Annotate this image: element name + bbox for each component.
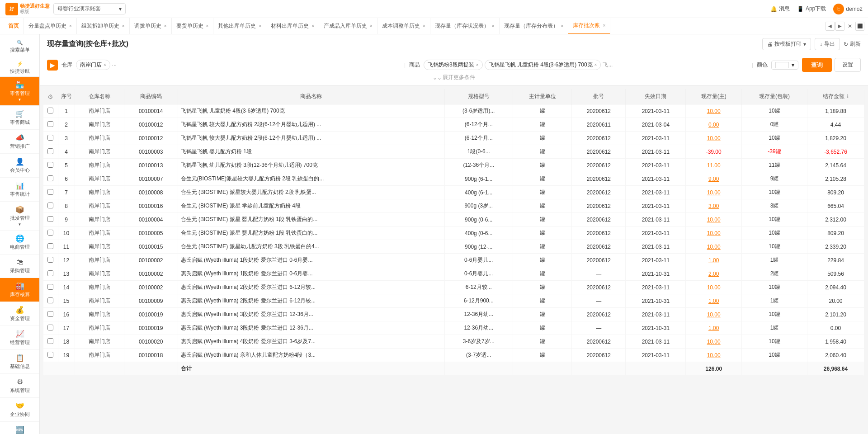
sidebar-item-wholesale[interactable]: 📦 批发管理 ▼ (0, 202, 39, 231)
row-qty-main[interactable]: 10.00 (686, 281, 742, 294)
sidebar-item-system[interactable]: ⚙ 系统管理 (0, 374, 39, 398)
expand-more-btn[interactable]: ⌄⌄ 展开更多条件 (433, 74, 475, 81)
row-qty-main[interactable]: 1.00 (686, 321, 742, 335)
row-qty-main[interactable]: 10.00 (686, 186, 742, 199)
export-btn[interactable]: ↓ 导出 (815, 38, 840, 50)
row-qty-main[interactable]: 2.00 (686, 267, 742, 281)
tab-close-batch-account[interactable]: × (603, 23, 605, 28)
tab-close-stock-dist[interactable]: × (561, 24, 564, 28)
product-tag-more[interactable]: 飞... (603, 61, 613, 69)
sidebar-item-guide[interactable]: 🆕 新手引导 (0, 422, 39, 434)
color-filter-dropdown[interactable]: ▾ (771, 61, 798, 70)
search-btn[interactable]: 查询 (802, 58, 832, 72)
tab-diao-bo[interactable]: 调拨单历史 × (130, 18, 172, 34)
tab-close-yao-huo[interactable]: × (206, 24, 209, 28)
tab-close-cost-adjust[interactable]: × (423, 24, 425, 28)
row-qty-main[interactable]: 10.00 (686, 240, 742, 254)
sidebar-item-ecommerce[interactable]: 🌐 电商管理 (0, 231, 39, 255)
tab-cost-adjust[interactable]: 成本调整单历史 × (377, 18, 430, 34)
row-checkbox[interactable] (43, 267, 58, 281)
row-checkbox[interactable] (43, 240, 58, 254)
product-tag-1[interactable]: 飞鹤奶粉3段两提装 × (424, 60, 483, 70)
row-qty-main[interactable]: 9.00 (686, 172, 742, 186)
row-checkbox[interactable] (43, 213, 58, 226)
row-qty-main[interactable]: 10.00 (686, 349, 742, 362)
tab-close-fen-pan[interactable]: × (69, 24, 72, 28)
account-dropdown[interactable]: 母婴行业演示账套 ▾ (53, 3, 126, 14)
product-tag-2-close[interactable]: × (594, 62, 597, 67)
sidebar-item-stock[interactable]: 🏭 库存核算 (0, 278, 39, 302)
amount-info-icon[interactable]: ℹ (847, 94, 849, 99)
row-qty-main[interactable]: 10.00 (686, 335, 742, 349)
tab-close-stock-status[interactable]: × (492, 24, 495, 28)
print-btn[interactable]: 🖨 按模板打印 ▾ (762, 38, 811, 50)
row-checkbox[interactable] (43, 118, 58, 132)
row-checkbox[interactable] (43, 281, 58, 294)
sidebar-item-basic[interactable]: 📋 基础信息 (0, 350, 39, 374)
sidebar-item-purchase[interactable]: 🛍 采购管理 (0, 255, 39, 278)
settings-icon[interactable]: ⚙ (47, 93, 53, 100)
row-qty-main[interactable]: 10.00 (686, 226, 742, 240)
product-tag-1-close[interactable]: × (476, 62, 479, 67)
row-checkbox[interactable] (43, 254, 58, 267)
row-qty-main[interactable]: 1.00 (686, 294, 742, 308)
filter-toggle-btn[interactable]: ▶ (47, 60, 58, 71)
warehouse-tag-close[interactable]: × (104, 62, 106, 67)
row-qty-main[interactable]: 1.00 (686, 254, 742, 267)
row-qty-main[interactable]: 10.00 (686, 104, 742, 118)
row-checkbox[interactable] (43, 159, 58, 172)
row-checkbox[interactable] (43, 104, 58, 118)
tab-zu-chai[interactable]: 组装拆卸单历史 × (77, 18, 130, 34)
setting-btn[interactable]: 设置 (835, 58, 861, 72)
sidebar-item-stat[interactable]: 📊 零售统计 (0, 178, 39, 202)
warehouse-tag[interactable]: 南岸门店 × (76, 60, 110, 70)
row-checkbox[interactable] (43, 132, 58, 145)
tab-close-diao-bo[interactable]: × (164, 24, 167, 28)
product-tag-2[interactable]: 飞鹤星飞帆 儿童奶粉 4段(3-6岁适用) 700克 × (485, 60, 601, 70)
row-qty-main[interactable]: 10.00 (686, 132, 742, 145)
tab-close-material-out[interactable]: × (311, 24, 314, 28)
tab-fen-pan[interactable]: 分量盘点单历史 × (24, 18, 77, 34)
row-checkbox[interactable] (43, 308, 58, 321)
search-menu-btn[interactable]: 🔍 搜索菜单 (2, 38, 38, 55)
row-checkbox[interactable] (43, 186, 58, 199)
tab-home[interactable]: 首页 (4, 18, 24, 34)
user-profile[interactable]: E demo2 (833, 4, 863, 14)
row-checkbox[interactable] (43, 349, 58, 362)
sidebar-item-retail[interactable]: 🏪 零售管理 ▼ (0, 77, 39, 106)
tab-yao-huo[interactable]: 要货单历史 × (172, 18, 214, 34)
tab-other-out[interactable]: 其他出库单历史 × (213, 18, 266, 34)
tab-next-arrow[interactable]: ▶ (835, 22, 844, 31)
sidebar-item-shop[interactable]: 🛒 零售商城 (0, 106, 39, 130)
row-qty-main[interactable]: 3.00 (686, 199, 742, 213)
refresh-btn[interactable]: ↻ 刷新 (844, 40, 861, 48)
sidebar-item-marketing[interactable]: 📣 营销推广 (0, 130, 39, 154)
sidebar-item-collab[interactable]: 🤝 企业协同 (0, 398, 39, 422)
sidebar-item-member[interactable]: 👤 会员中心 (0, 154, 39, 178)
row-qty-main[interactable]: 11.00 (686, 159, 742, 172)
sidebar-item-operation[interactable]: 📈 经营管理 (0, 326, 39, 350)
warehouse-tag-more[interactable]: ··· (112, 62, 117, 68)
messages-btn[interactable]: 🔔 消息 (770, 5, 790, 13)
row-checkbox[interactable] (43, 294, 58, 308)
row-qty-main[interactable]: 10.00 (686, 308, 742, 321)
row-checkbox[interactable] (43, 335, 58, 349)
quick-nav-btn[interactable]: ⚡ 快捷导航 (0, 59, 39, 77)
tab-stock-status[interactable]: 现存量（库存状况表） × (430, 18, 500, 34)
tab-menu[interactable]: ⬛ (855, 22, 864, 31)
row-checkbox[interactable] (43, 172, 58, 186)
tab-close-all[interactable]: ✕ (845, 22, 854, 31)
tab-close-product-in[interactable]: × (370, 24, 373, 28)
row-checkbox[interactable] (43, 199, 58, 213)
tab-product-in[interactable]: 产成品入库单历史 × (319, 18, 377, 34)
tab-batch-account[interactable]: 库存批次账 × (568, 18, 610, 34)
tab-material-out[interactable]: 材料出库单历史 × (266, 18, 319, 34)
row-qty-main[interactable]: 10.00 (686, 213, 742, 226)
row-checkbox[interactable] (43, 145, 58, 159)
col-setting[interactable]: ⚙ (43, 89, 58, 104)
tab-stock-dist[interactable]: 现存量（库存分布表） × (500, 18, 569, 34)
sidebar-item-finance[interactable]: 💰 资金管理 (0, 302, 39, 326)
tab-prev-arrow[interactable]: ◀ (826, 22, 835, 31)
row-checkbox[interactable] (43, 321, 58, 335)
tab-close-other-out[interactable]: × (259, 24, 261, 28)
